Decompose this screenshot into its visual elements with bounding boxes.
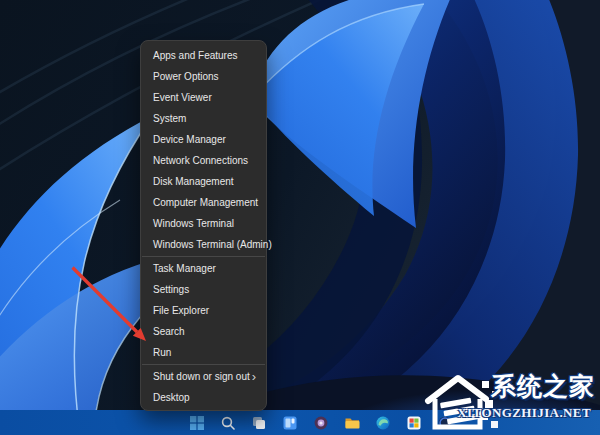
menu-item-label: Desktop xyxy=(153,387,190,408)
taskbar-icon-row xyxy=(189,415,453,431)
menu-item-label: Run xyxy=(153,342,171,363)
menu-item-label: Settings xyxy=(153,279,189,300)
desktop-screen: Apps and Features Power Options Event Vi… xyxy=(0,0,600,435)
menu-item-label: Windows Terminal (Admin) xyxy=(153,234,272,255)
menu-item-label: System xyxy=(153,108,186,129)
browser-icon xyxy=(438,416,452,430)
taskbar-edge-button[interactable] xyxy=(375,415,391,431)
menu-item-apps-and-features[interactable]: Apps and Features xyxy=(141,45,266,66)
chat-icon xyxy=(314,416,328,430)
menu-item-label: Windows Terminal xyxy=(153,213,234,234)
menu-item-label: Computer Management xyxy=(153,192,258,213)
store-icon xyxy=(407,416,421,430)
taskbar-search-button[interactable] xyxy=(220,415,236,431)
menu-item-desktop[interactable]: Desktop xyxy=(141,387,266,408)
menu-item-label: Shut down or sign out xyxy=(153,366,250,387)
menu-item-label: Device Manager xyxy=(153,129,226,150)
menu-item-event-viewer[interactable]: Event Viewer xyxy=(141,87,266,108)
menu-item-label: Power Options xyxy=(153,66,219,87)
wallpaper-image xyxy=(0,0,600,435)
file-explorer-icon xyxy=(345,416,360,430)
menu-item-label: Search xyxy=(153,321,185,342)
menu-item-power-options[interactable]: Power Options xyxy=(141,66,266,87)
taskbar-file-explorer-button[interactable] xyxy=(344,415,360,431)
menu-item-label: Task Manager xyxy=(153,258,216,279)
menu-item-file-explorer[interactable]: File Explorer xyxy=(141,300,266,321)
menu-item-settings[interactable]: Settings xyxy=(141,279,266,300)
menu-separator xyxy=(142,256,265,257)
menu-item-network-connections[interactable]: Network Connections xyxy=(141,150,266,171)
task-view-icon xyxy=(252,416,266,430)
widgets-icon xyxy=(283,416,297,430)
menu-item-device-manager[interactable]: Device Manager xyxy=(141,129,266,150)
taskbar-widgets-button[interactable] xyxy=(282,415,298,431)
menu-item-system[interactable]: System xyxy=(141,108,266,129)
menu-item-label: Disk Management xyxy=(153,171,234,192)
taskbar-start-button[interactable] xyxy=(189,415,205,431)
menu-item-label: Apps and Features xyxy=(153,45,238,66)
taskbar-store-button[interactable] xyxy=(406,415,422,431)
menu-item-search[interactable]: Search xyxy=(141,321,266,342)
menu-item-windows-terminal[interactable]: Windows Terminal xyxy=(141,213,266,234)
winx-context-menu: Apps and Features Power Options Event Vi… xyxy=(140,40,267,411)
search-icon xyxy=(221,416,235,430)
menu-item-disk-management[interactable]: Disk Management xyxy=(141,171,266,192)
taskbar xyxy=(0,410,600,435)
menu-separator xyxy=(142,364,265,365)
menu-item-computer-management[interactable]: Computer Management xyxy=(141,192,266,213)
menu-item-label: Event Viewer xyxy=(153,87,212,108)
menu-item-windows-terminal-admin[interactable]: Windows Terminal (Admin) xyxy=(141,234,266,255)
taskbar-chat-button[interactable] xyxy=(313,415,329,431)
taskbar-browser-button[interactable] xyxy=(437,415,453,431)
taskbar-task-view-button[interactable] xyxy=(251,415,267,431)
start-icon xyxy=(190,416,204,430)
menu-item-run[interactable]: Run xyxy=(141,342,266,363)
menu-item-task-manager[interactable]: Task Manager xyxy=(141,258,266,279)
menu-item-label: File Explorer xyxy=(153,300,209,321)
edge-icon xyxy=(376,416,390,430)
chevron-right-icon: › xyxy=(252,366,256,387)
menu-item-label: Network Connections xyxy=(153,150,248,171)
menu-item-shut-down-or-sign-out[interactable]: Shut down or sign out › xyxy=(141,366,266,387)
